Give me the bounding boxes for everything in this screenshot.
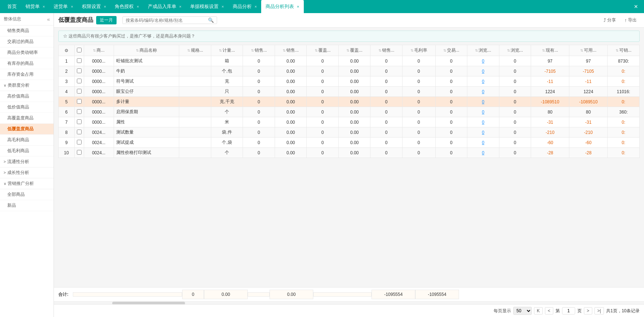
sidebar-item-new-goods[interactable]: 新品 [0, 200, 54, 211]
nav-item-analysis-list[interactable]: 商品分析列表 × [261, 0, 303, 13]
nav-close-analysis[interactable]: × [255, 0, 257, 13]
cell-checkbox[interactable] [74, 138, 84, 148]
cell-browse1[interactable]: 0 [467, 87, 499, 97]
row-checkbox[interactable] [77, 109, 82, 114]
col-coverage2[interactable]: ⇅覆盖... [338, 45, 370, 56]
col-spec[interactable]: ⇅规格... [179, 45, 211, 56]
first-page-button[interactable]: K [534, 307, 543, 314]
cell-browse1[interactable]: 0 [467, 107, 499, 117]
nav-close-product[interactable]: × [179, 0, 181, 13]
col-available-stock[interactable]: ⇅可用... [569, 45, 608, 56]
row-checkbox[interactable] [77, 89, 82, 94]
sidebar-item-low-margin[interactable]: 低毛利商品 [0, 146, 54, 156]
sidebar-item-low-value[interactable]: 低价值商品 [0, 102, 54, 113]
col-unit[interactable]: ⇅计量... [211, 45, 243, 56]
sidebar-item-high-value[interactable]: 高价值商品 [0, 91, 54, 102]
last-page-button[interactable]: >| [594, 307, 604, 314]
nav-close-sales[interactable]: × [43, 0, 45, 13]
row-checkbox[interactable] [77, 150, 82, 155]
cell-browse1[interactable]: 0 [467, 117, 499, 127]
cell-browse1[interactable]: 0 [467, 66, 499, 76]
cell-browse1[interactable]: 0 [467, 127, 499, 138]
cell-browse1[interactable]: 0 [467, 76, 499, 87]
date-filter-button[interactable]: 近一月 [96, 16, 117, 24]
row-checkbox[interactable] [77, 119, 82, 124]
nav-item-template[interactable]: 单据模板设置 × [186, 0, 228, 13]
cell-checkbox[interactable] [74, 117, 84, 127]
col-browse2[interactable]: ⇅浏览... [499, 45, 531, 56]
nav-item-product[interactable]: 产成品入库单 × [144, 0, 186, 13]
share-button[interactable]: ⤴ 分享 [601, 16, 619, 24]
nav-close-purchase[interactable]: × [71, 0, 73, 13]
col-current-stock[interactable]: ⇅现有... [531, 45, 569, 56]
sidebar-section-growth[interactable]: > 成长性分析 [0, 167, 54, 178]
select-all-checkbox[interactable] [77, 48, 82, 52]
sidebar-item-sales-goods[interactable]: 销售类商品 [0, 25, 54, 36]
nav-close-analysis-list[interactable]: × [297, 0, 299, 13]
cell-name: 属性 [114, 117, 179, 127]
sidebar-item-low-coverage[interactable]: 低覆盖度商品 [0, 124, 54, 135]
sidebar-section-marketing[interactable]: ∨ 营销推广分析 [0, 178, 54, 189]
cell-checkbox[interactable] [74, 107, 84, 117]
col-transaction[interactable]: ⇅交易... [435, 45, 467, 56]
col-gross-margin[interactable]: ⇅毛利率 [402, 45, 435, 56]
col-code[interactable]: ⇅商... [84, 45, 114, 56]
col-name[interactable]: ⇅商品名称 [114, 45, 179, 56]
col-sellable[interactable]: ⇅可销... [608, 45, 640, 56]
sidebar-item-traded-goods[interactable]: 交易过的商品 [0, 36, 54, 47]
sidebar-collapse-button[interactable]: « [47, 16, 50, 22]
col-checkbox[interactable] [74, 45, 84, 56]
row-checkbox[interactable] [77, 68, 82, 73]
cell-checkbox[interactable] [74, 127, 84, 138]
cell-checkbox[interactable] [74, 148, 84, 158]
cell-code: 0000... [84, 97, 114, 107]
prev-page-button[interactable]: < [545, 307, 553, 314]
sidebar-item-in-stock[interactable]: 有库存的商品 [0, 58, 54, 69]
sidebar-item-all-goods[interactable]: 全部商品 [0, 189, 54, 200]
cell-browse1[interactable]: 0 [467, 97, 499, 107]
cell-browse1[interactable]: 0 [467, 148, 499, 158]
horizontal-scrollbar[interactable] [54, 301, 644, 304]
cell-checkbox[interactable] [74, 56, 84, 66]
nav-close-role[interactable]: × [137, 0, 139, 13]
nav-close-permission[interactable]: × [104, 0, 106, 13]
sidebar-item-high-margin[interactable]: 高毛利商品 [0, 135, 54, 146]
sidebar-section-circulation[interactable]: > 流通性分析 [0, 156, 54, 167]
row-checkbox[interactable] [77, 58, 82, 63]
sidebar-item-capital[interactable]: 库存资金占用 [0, 69, 54, 80]
cell-code: 0024... [84, 127, 114, 138]
cell-checkbox[interactable] [74, 66, 84, 76]
page-number-input[interactable] [562, 307, 575, 314]
cell-browse1[interactable]: 0 [467, 138, 499, 148]
nav-item-purchase[interactable]: 进货单 × [49, 0, 77, 13]
row-checkbox[interactable] [77, 99, 82, 104]
col-browse1[interactable]: ⇅浏览... [467, 45, 499, 56]
cell-checkbox[interactable] [74, 97, 84, 107]
cell-checkbox[interactable] [74, 87, 84, 97]
cell-checkbox[interactable] [74, 76, 84, 87]
row-checkbox[interactable] [77, 140, 82, 144]
row-checkbox[interactable] [77, 79, 82, 83]
col-sales-amt[interactable]: ⇅销售... [275, 45, 306, 56]
per-page-select[interactable]: 50 20 100 [513, 307, 532, 315]
nav-item-home[interactable]: 首页 [3, 0, 21, 13]
nav-item-analysis[interactable]: 商品分析 × [228, 0, 261, 13]
nav-close-template[interactable]: × [221, 0, 224, 13]
nav-item-permission[interactable]: 权限设置 × [78, 0, 110, 13]
cell-unit: 米 [211, 117, 243, 127]
col-settings[interactable]: ⚙ [59, 45, 75, 56]
window-close-button[interactable]: ✕ [631, 4, 641, 9]
col-coverage1[interactable]: ⇅覆盖... [307, 45, 338, 56]
nav-item-role[interactable]: 角色授权 × [110, 0, 143, 13]
nav-item-sales[interactable]: 销货单 × [21, 0, 49, 13]
sidebar-section-group-analysis[interactable]: ∨ 类群度分析 [0, 80, 54, 91]
sidebar-item-high-coverage[interactable]: 高覆盖度商品 [0, 113, 54, 124]
col-sales-qty[interactable]: ⇅销售... [243, 45, 275, 56]
col-sales-ratio[interactable]: ⇅销售... [370, 45, 402, 56]
cell-browse1[interactable]: 0 [467, 56, 499, 66]
next-page-button[interactable]: > [584, 307, 592, 314]
sidebar-item-category-rate[interactable]: 商品分类动销率 [0, 47, 54, 58]
export-button[interactable]: ↑ 导出 [622, 16, 640, 24]
search-input[interactable] [126, 18, 207, 23]
row-checkbox[interactable] [77, 130, 82, 134]
